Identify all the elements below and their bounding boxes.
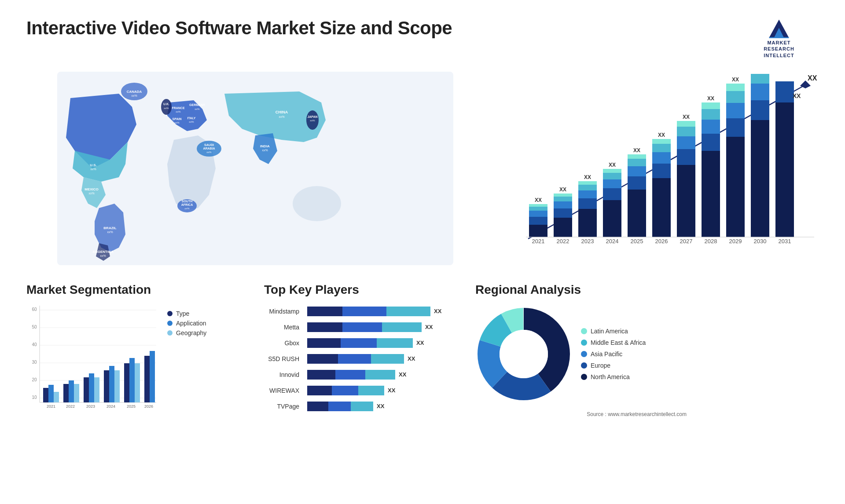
list-item: WIREWAX XX (264, 385, 467, 396)
svg-text:SOUTH: SOUTH (182, 200, 193, 203)
svg-text:2026: 2026 (655, 238, 668, 245)
svg-rect-146 (109, 366, 114, 402)
svg-rect-98 (702, 102, 720, 109)
svg-text:10: 10 (32, 395, 37, 400)
key-players-title: Top Key Players (264, 283, 467, 297)
list-item: S5D RUSH XX (264, 353, 467, 365)
player-name: Mindstamp (264, 308, 304, 315)
svg-text:xx%: xx% (184, 207, 190, 210)
player-bar-wrap: XX (307, 337, 467, 349)
legend-label-mea: Middle East & Africa (591, 339, 646, 346)
legend-dot-apac (581, 351, 587, 357)
svg-text:BRAZIL: BRAZIL (103, 226, 116, 230)
logo: MARKETRESEARCHINTELLECT (739, 18, 819, 58)
regional-title: Regional Analysis (475, 283, 687, 297)
svg-text:xx%: xx% (90, 168, 96, 171)
svg-text:XX: XX (808, 74, 817, 82)
player-name: Gbox (264, 340, 304, 347)
svg-text:xx%: xx% (310, 119, 315, 122)
player-bar-wrap: XX (307, 401, 467, 412)
svg-text:AFRICA: AFRICA (181, 203, 193, 206)
segmentation-area: Market Segmentation 60 50 40 30 20 10 (26, 283, 238, 411)
player-bar (307, 402, 373, 411)
player-value: XX (434, 308, 441, 314)
svg-rect-145 (104, 370, 109, 402)
svg-text:xx%: xx% (174, 121, 180, 124)
svg-rect-90 (677, 127, 695, 136)
player-value: XX (425, 324, 433, 330)
player-value: XX (377, 403, 384, 409)
bar-light (382, 322, 422, 332)
svg-rect-52 (554, 218, 572, 237)
logo-text: MARKETRESEARCHINTELLECT (764, 40, 794, 58)
svg-text:xx%: xx% (107, 230, 113, 234)
svg-rect-74 (628, 176, 646, 190)
svg-rect-84 (652, 139, 671, 144)
svg-text:2022: 2022 (66, 404, 75, 409)
player-name: WIREWAX (264, 387, 304, 394)
svg-rect-67 (603, 188, 621, 200)
player-bar (307, 354, 404, 364)
svg-rect-104 (726, 91, 745, 103)
svg-text:xx%: xx% (176, 110, 181, 113)
page-container: Interactive Video Software Market Size a… (0, 0, 845, 504)
svg-rect-48 (529, 207, 547, 211)
svg-text:40: 40 (32, 342, 37, 347)
header: Interactive Video Software Market Size a… (26, 18, 819, 58)
svg-rect-114 (775, 102, 794, 237)
legend-dot-type (167, 311, 173, 316)
svg-text:2026: 2026 (144, 404, 153, 409)
svg-rect-139 (74, 384, 79, 402)
svg-text:U.S.: U.S. (90, 163, 97, 167)
svg-rect-96 (702, 120, 720, 134)
svg-rect-87 (677, 165, 695, 237)
svg-text:2021: 2021 (47, 404, 55, 409)
world-map-svg: CANADA xx% U.S. xx% MEXICO xx% BRAZIL xx… (26, 72, 484, 265)
bar-light (365, 370, 395, 380)
player-value: XX (399, 371, 406, 378)
svg-text:XX: XX (683, 114, 690, 120)
svg-rect-83 (652, 144, 671, 152)
svg-text:ITALY: ITALY (187, 117, 195, 120)
svg-rect-97 (702, 109, 720, 120)
legend-label-type: Type (176, 310, 189, 317)
bar-chart-area: XX 2021 XX 2022 XX (502, 72, 819, 265)
svg-text:XX: XX (793, 92, 801, 99)
svg-text:SPAIN: SPAIN (173, 117, 182, 121)
svg-text:2021: 2021 (532, 238, 545, 245)
svg-rect-88 (677, 149, 695, 165)
svg-rect-56 (554, 194, 572, 197)
player-value: XX (408, 355, 415, 362)
svg-text:xx%: xx% (195, 108, 200, 110)
svg-rect-70 (603, 169, 621, 173)
seg-chart-svg: 60 50 40 30 20 10 (26, 306, 158, 411)
list-item: Metta XX (264, 321, 467, 333)
svg-rect-138 (69, 380, 74, 402)
svg-text:XX: XX (732, 77, 739, 83)
player-name: Innovid (264, 371, 304, 378)
legend-label-europe: Europe (591, 362, 610, 369)
svg-rect-143 (94, 377, 99, 402)
svg-text:XX: XX (757, 72, 764, 73)
svg-text:xx%: xx% (164, 107, 169, 110)
svg-text:2025: 2025 (127, 404, 136, 409)
svg-rect-62 (578, 185, 597, 190)
svg-text:60: 60 (32, 307, 37, 312)
player-bar (307, 307, 430, 316)
player-bar (307, 322, 422, 332)
svg-text:2023: 2023 (581, 238, 594, 245)
svg-text:XX: XX (609, 162, 616, 168)
bar-med (341, 338, 377, 348)
bar-med (342, 322, 382, 332)
svg-text:xx%: xx% (262, 149, 268, 152)
svg-text:FRANCE: FRANCE (172, 106, 184, 110)
svg-rect-53 (554, 208, 572, 218)
svg-text:xx%: xx% (88, 192, 94, 195)
legend-dot-mea (581, 340, 587, 346)
svg-rect-102 (726, 118, 745, 137)
legend-middle-east: Middle East & Africa (581, 339, 646, 346)
player-name: Metta (264, 324, 304, 331)
bar-med (338, 354, 371, 364)
svg-rect-150 (129, 358, 135, 402)
svg-rect-73 (628, 190, 646, 237)
